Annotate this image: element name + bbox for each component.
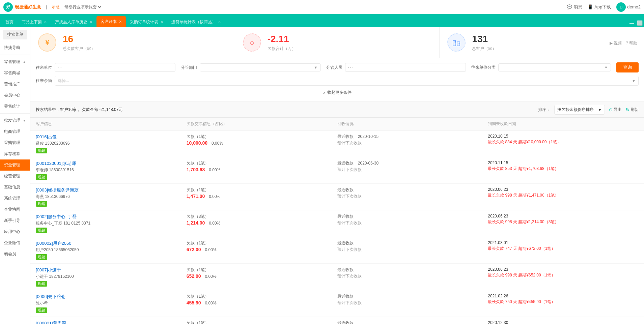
overdue-link-6[interactable]: 超期¥455.90（1笔） bbox=[518, 299, 555, 304]
sort-select[interactable]: 按欠款金额倒序排序 ▼ bbox=[554, 105, 605, 115]
sidebar-item-enterprise[interactable]: 企业协同 bbox=[0, 204, 30, 215]
tab-product-history-close[interactable]: ✕ bbox=[89, 20, 92, 24]
sidebar-item-ecom-mgmt[interactable]: 电商管理 bbox=[0, 126, 30, 137]
sidebar-item-member[interactable]: 会员中心 bbox=[0, 90, 30, 101]
overdue-link-3[interactable]: 超期¥1,214.00（3笔） bbox=[518, 219, 559, 224]
recovery-info-4: 最近收款 预计下次收款 bbox=[337, 240, 488, 253]
customer-tag-6: 现销 bbox=[36, 307, 47, 313]
sidebar-item-inventory[interactable]: 库存核算 bbox=[0, 148, 30, 159]
debt-ratio-3: 0.00% bbox=[209, 221, 220, 226]
overdue-info-4: 最长欠款 747 天 超期¥672.00（1笔） bbox=[488, 246, 639, 252]
debt-ratio-4: 0.00% bbox=[205, 247, 217, 252]
tab-purchase-order-label: 采购订单统计表 bbox=[130, 19, 158, 25]
tab-minimize-icon[interactable]: — bbox=[629, 20, 634, 26]
tab-bar-end: — ⬜ bbox=[629, 20, 643, 27]
tab-product-off-close[interactable]: ✕ bbox=[44, 20, 47, 24]
debt-info-7: 欠款（1笔） 429.00 0.00% bbox=[187, 320, 337, 324]
overdue-link-1[interactable]: 超期¥1,703.68（1笔） bbox=[518, 166, 559, 171]
customer-tag-1: 现销 bbox=[36, 174, 47, 180]
customer-name-5[interactable]: [0007]小进干 bbox=[36, 267, 61, 272]
sidebar-item-system[interactable]: 系统管理 bbox=[0, 193, 30, 204]
sidebar-item-member-plus[interactable]: 畅会员 bbox=[0, 248, 30, 260]
th-recovery: 回收情况 bbox=[337, 121, 488, 127]
sidebar-item-retail-mall[interactable]: 零售商城 bbox=[0, 67, 30, 79]
debt-amount-6: 455.90 bbox=[187, 300, 201, 305]
message-btn[interactable]: 💬 消息 bbox=[567, 4, 582, 10]
sidebar-item-basic-info[interactable]: 基础信息 bbox=[0, 182, 30, 193]
ecom-mgmt-label: 电商管理 bbox=[4, 129, 20, 135]
table-row: [000001]黄思源 黄思源 13552700226 现销 欠款（1笔） 42… bbox=[30, 317, 644, 324]
overdue-link-4[interactable]: 超期¥672.00（1笔） bbox=[518, 246, 555, 251]
overdue-link-2[interactable]: 超期¥1,471.00（1笔） bbox=[518, 193, 559, 198]
customer-name-0[interactable]: [0016]吕俊 bbox=[36, 134, 57, 139]
sidebar-item-app-center[interactable]: 应用中心 bbox=[0, 226, 30, 237]
next-payment-2: 预计下次收款 bbox=[337, 194, 488, 199]
marketing-label: 营销推广 bbox=[4, 81, 20, 87]
debt-ratio-6: 0.00% bbox=[205, 301, 217, 305]
table-row: [0006]去下粮仓 陈小希 现销 欠款（1笔） 455.90 0.00% 最近… bbox=[30, 290, 644, 317]
sidebar-item-finance[interactable]: 资金管理 bbox=[0, 159, 30, 171]
top-bar: 好 畅捷通好生意 | 示意 母婴行业演示账套 💬 消息 📱 App下载 D de… bbox=[0, 0, 644, 14]
member-label: 会员中心 bbox=[4, 92, 20, 98]
tab-purchase-stats-close[interactable]: ✕ bbox=[218, 20, 221, 24]
customer-tag-3: 现销 bbox=[36, 228, 47, 233]
overdue-link-0[interactable]: 超期¥10,000.00（1笔） bbox=[518, 140, 561, 144]
due-info-7: 2020.12.30 最长欠款 808 天 超期¥429.00（1笔） bbox=[488, 320, 639, 324]
tab-product-history[interactable]: 产成品入库单历史 ✕ bbox=[51, 17, 96, 27]
sidebar-item-quick-nav[interactable]: 快捷导航 bbox=[0, 42, 30, 53]
overdue-link-5[interactable]: 超期¥652.00（1笔） bbox=[518, 273, 555, 277]
balance-select[interactable]: 选择... ▼ bbox=[55, 76, 639, 86]
customer-info-7: [000001]黄思源 黄思源 13552700226 现销 bbox=[36, 320, 187, 324]
table-row: [000002]用户2050 用户2050 18665062050 现销 欠款（… bbox=[30, 237, 644, 264]
person-input[interactable]: ··· bbox=[345, 63, 466, 72]
sidebar-item-marketing[interactable]: 营销推广 bbox=[0, 79, 30, 90]
collapse-icon: ∧ bbox=[323, 90, 326, 95]
sidebar-item-retail-mgmt[interactable]: 零售管理 ▲ bbox=[0, 56, 30, 67]
recovery-info-0: 最近收款 2020-10-15 预计下次收款 bbox=[337, 134, 488, 146]
company-select[interactable]: 母婴行业演示账套 bbox=[63, 4, 102, 10]
customer-name-4[interactable]: [000002]用户2050 bbox=[36, 241, 72, 246]
customer-name-6[interactable]: [0006]去下粮仓 bbox=[36, 294, 65, 299]
tab-product-off[interactable]: 商品上下架 ✕ bbox=[18, 17, 51, 27]
sidebar-item-operation[interactable]: 经营管理 bbox=[0, 171, 30, 182]
customer-name-1[interactable]: [0001020001]李老师 bbox=[36, 161, 76, 166]
customer-name-7[interactable]: [000001]黄思源 bbox=[36, 321, 66, 324]
sidebar-item-newbie[interactable]: 新手引导 bbox=[0, 215, 30, 226]
sidebar-item-batch-mgmt[interactable]: 批发管理 ▼ bbox=[0, 115, 30, 126]
sidebar-item-retail-stats[interactable]: 零售统计 bbox=[0, 101, 30, 112]
recovery-info-2: 最近收款 预计下次收款 bbox=[337, 187, 488, 199]
sidebar-search-btn[interactable]: 搜索菜单 bbox=[3, 30, 27, 39]
export-btn[interactable]: ⊙ 导出 bbox=[609, 107, 622, 113]
refresh-btn[interactable]: ↻ 刷新 bbox=[626, 107, 639, 113]
sidebar-item-purchase-mgmt[interactable]: 采购管理 bbox=[0, 137, 30, 148]
from-unit-input[interactable]: ··· bbox=[55, 63, 175, 72]
stat-label-debt-total: 欠款合计（万） bbox=[268, 46, 296, 52]
table-row: [0016]吕俊 吕俊 13026203696 现销 欠款（1笔） 10,000… bbox=[30, 130, 644, 157]
tab-maximize-icon[interactable]: ⬜ bbox=[637, 20, 643, 26]
unit-type-input[interactable]: ▼ bbox=[498, 63, 611, 71]
diamond-icon: ◇ bbox=[250, 39, 254, 46]
stat-icon-circle-blue bbox=[447, 33, 466, 52]
app-download-btn[interactable]: 📱 App下载 bbox=[588, 4, 611, 10]
member-plus-label: 畅会员 bbox=[4, 251, 16, 257]
search-btn[interactable]: 查询 bbox=[616, 62, 639, 72]
video-btn[interactable]: ▶ 视频 bbox=[610, 40, 622, 46]
logo-text: 畅捷通好生意 bbox=[15, 4, 41, 10]
tab-purchase-stats[interactable]: 进货单统计表（按商品） ✕ bbox=[167, 17, 225, 27]
user-area[interactable]: D demo2 bbox=[616, 2, 641, 12]
customer-name-3[interactable]: [0002]服务中心_丁磊 bbox=[36, 214, 77, 219]
tab-purchase-order[interactable]: 采购订单统计表 ✕ bbox=[126, 17, 167, 27]
tab-customer-account[interactable]: 客户账本 ✕ bbox=[96, 16, 126, 27]
stat-icon-total-customers bbox=[446, 32, 467, 53]
help-btn[interactable]: ? 帮助 bbox=[626, 40, 637, 46]
sidebar-item-enterprise-wx[interactable]: 企业微信 bbox=[0, 237, 30, 248]
customer-info-2: [0003]畅捷服务尹海蕊 海燕 18513066976 现销 bbox=[36, 187, 187, 207]
enterprise-wx-label: 企业微信 bbox=[4, 240, 20, 246]
due-info-2: 2020.06.23 最长欠款 998 天 超期¥1,471.00（1笔） bbox=[488, 187, 639, 198]
tab-purchase-order-close[interactable]: ✕ bbox=[160, 20, 163, 24]
customer-name-2[interactable]: [0003]畅捷服务尹海蕊 bbox=[36, 187, 79, 193]
tab-home[interactable]: 首页 bbox=[1, 17, 18, 27]
dept-input[interactable]: ▼ bbox=[200, 63, 320, 71]
tab-customer-account-close[interactable]: ✕ bbox=[119, 20, 122, 24]
collapse-btn[interactable]: ∧ 收起更多条件 bbox=[323, 88, 352, 97]
